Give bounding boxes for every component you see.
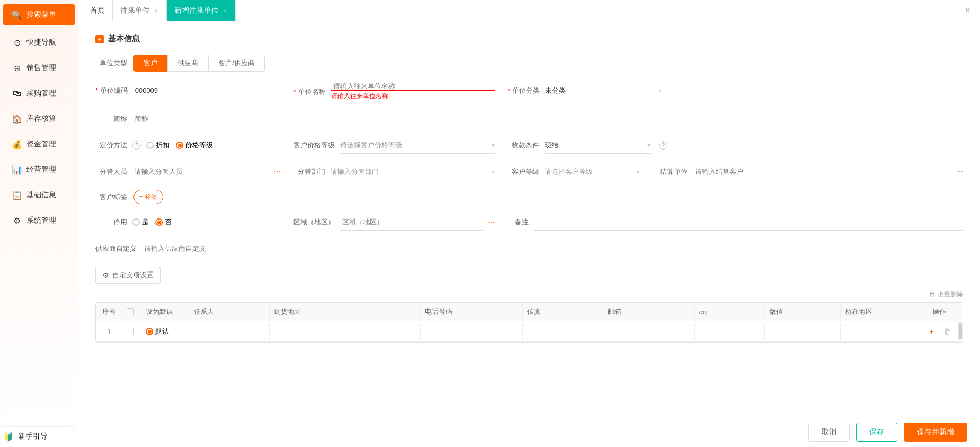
section-title-text: 基本信息: [108, 34, 140, 44]
customer-price-level-select[interactable]: 请选择客户价格等级 ▾: [340, 137, 495, 154]
supplier-custom-field: 供应商自定义: [95, 240, 281, 257]
pricing-help-icon[interactable]: ?: [132, 141, 141, 150]
phone-input-1[interactable]: [425, 328, 518, 336]
type-btn-both[interactable]: 客户/供应商: [208, 55, 265, 72]
row-add-btn-1[interactable]: +: [925, 326, 937, 337]
table-header: 序号 设为默认 联系人 到货地址 电话号码 传真 邮箱 qq 微信 所在地区 操…: [96, 303, 963, 321]
cell-region-1[interactable]: [841, 323, 921, 340]
tabs-close-all-btn[interactable]: ×: [960, 3, 976, 19]
row-checkbox-1[interactable]: [127, 328, 134, 335]
cell-fax-1[interactable]: [523, 323, 603, 340]
sidebar-item-purchase[interactable]: 🛍 采购管理: [3, 82, 75, 105]
type-btn-supplier[interactable]: 供应商: [167, 55, 208, 72]
tabs-bar-right: ×: [960, 3, 976, 19]
email-input-1[interactable]: [608, 328, 690, 336]
sidebar-item-inventory[interactable]: 🏠 库存核算: [3, 107, 75, 130]
tab-partners-close[interactable]: ×: [153, 6, 159, 15]
radio-disabled-no[interactable]: 否: [155, 217, 172, 227]
system-icon: ⚙: [12, 215, 22, 226]
unit-code-field: 单位编码: [95, 82, 281, 99]
unit-code-input[interactable]: [133, 82, 281, 99]
custom-settings-button[interactable]: ⚙ 自定义项设置: [95, 267, 161, 284]
cell-action-1: + 🗑: [921, 321, 958, 341]
radio-price-level[interactable]: 价格等级: [176, 141, 213, 150]
sidebar-item-guide[interactable]: 🔰 新手引导: [3, 426, 75, 446]
unit-type-label: 单位类型: [95, 58, 127, 68]
save-add-button[interactable]: 保存并新增: [904, 423, 967, 442]
tab-home-label: 首页: [90, 6, 105, 15]
short-name-field: 简称: [95, 110, 281, 127]
tab-partners[interactable]: 往来单位 ×: [113, 0, 167, 21]
qq-input-1[interactable]: [699, 328, 760, 336]
tab-home[interactable]: 首页: [83, 0, 113, 21]
sidebar-item-system[interactable]: ⚙ 系统管理: [3, 209, 75, 232]
cancel-button[interactable]: 取消: [808, 423, 850, 442]
header-checkbox[interactable]: [127, 308, 134, 315]
supplier-custom-input[interactable]: [142, 240, 281, 257]
cell-contact-1[interactable]: [189, 323, 270, 340]
unit-name-input[interactable]: [331, 82, 495, 91]
sidebar-item-sales[interactable]: ⊕ 销售管理: [3, 56, 75, 80]
disabled-region-row: 停用 是 否 区域（地区） ···: [95, 214, 963, 231]
cell-email-1[interactable]: [603, 323, 694, 340]
payment-terms-select[interactable]: 现结 ▾: [545, 137, 651, 154]
sidebar-item-finance[interactable]: 💰 资金管理: [3, 133, 75, 156]
short-name-input[interactable]: [132, 110, 281, 127]
cell-qq-1[interactable]: [695, 323, 765, 340]
region-input-1[interactable]: [845, 328, 916, 336]
manager-more-icon[interactable]: ···: [274, 167, 281, 177]
sidebar: 🔍 搜索菜单 ⊙ 快捷导航 ⊕ 销售管理 🛍 采购管理 🏠 库存核算 💰 资金管…: [0, 0, 78, 447]
region-input[interactable]: [340, 214, 483, 231]
purchase-icon: 🛍: [12, 88, 22, 99]
type-btn-customer[interactable]: 客户: [133, 55, 167, 72]
radio-discount[interactable]: 折扣: [146, 141, 170, 150]
sidebar-item-label: 系统管理: [26, 216, 56, 225]
batch-delete-btn[interactable]: 🗑 批量删除: [95, 290, 963, 299]
payment-terms-help-icon[interactable]: ?: [659, 141, 667, 150]
cell-default-1[interactable]: 默认: [141, 322, 189, 340]
add-tag-button[interactable]: + 标签: [133, 190, 163, 204]
inventory-icon: 🏠: [12, 113, 22, 124]
customer-level-select[interactable]: 请选择客户等级 ▾: [545, 163, 640, 180]
unit-category-select[interactable]: 未分类 ▾: [545, 82, 662, 99]
contact-input-1[interactable]: [193, 328, 265, 336]
sidebar-item-operations[interactable]: 📊 经营管理: [3, 158, 75, 181]
row-default-radio-1[interactable]: 默认: [146, 327, 184, 336]
content-area: 基本信息 单位类型 客户 供应商 客户/供应商 单位编码 单位: [78, 21, 980, 417]
manager-input[interactable]: [132, 163, 269, 180]
department-label: 分管部门: [293, 167, 325, 177]
radio-disabled-yes-label: 是: [142, 217, 149, 227]
sidebar-item-quick-nav[interactable]: ⊙ 快捷导航: [3, 31, 75, 54]
remarks-input[interactable]: [534, 214, 963, 231]
pricing-row: 定价方法 ? 折扣 价格等级 客户价格等级 请选择: [95, 137, 963, 154]
batch-delete-icon: 🗑: [929, 291, 936, 299]
payment-terms-value: 现结: [545, 141, 645, 150]
tab-new-partner[interactable]: 新增往来单位 ×: [167, 0, 236, 21]
cell-address-1[interactable]: [270, 323, 421, 340]
settlement-unit-input[interactable]: [693, 163, 951, 180]
row-del-btn-1[interactable]: 🗑: [941, 326, 953, 337]
address-input-1[interactable]: [274, 328, 416, 336]
row-action-icons-1: + 🗑: [925, 326, 954, 337]
save-button[interactable]: 保存: [856, 423, 897, 442]
fax-input-1[interactable]: [527, 328, 599, 336]
table-scroll-thumb: [959, 323, 962, 339]
wechat-input-1[interactable]: [769, 328, 835, 336]
unit-name-field: 单位名称 请输入往来单位名称: [293, 82, 495, 101]
sidebar-item-label: 库存核算: [26, 114, 56, 124]
col-header-check[interactable]: [122, 304, 141, 320]
sidebar-item-search[interactable]: 🔍 搜索菜单: [3, 4, 75, 25]
sidebar-item-basic[interactable]: 📋 基础信息: [3, 183, 75, 207]
operations-icon: 📊: [12, 164, 22, 175]
region-more-icon[interactable]: ···: [488, 217, 495, 227]
cell-phone-1[interactable]: [421, 323, 522, 340]
tab-new-partner-close[interactable]: ×: [222, 6, 228, 15]
settlement-unit-more-icon[interactable]: ···: [956, 167, 963, 177]
customer-price-level-label: 客户价格等级: [293, 141, 335, 150]
cell-check-1[interactable]: [122, 323, 141, 339]
cell-wechat-1[interactable]: [765, 323, 840, 340]
cell-seq-1: 1: [96, 323, 122, 340]
radio-disabled-yes[interactable]: 是: [132, 217, 149, 227]
department-select[interactable]: 请输入分管部门 ▾: [331, 163, 495, 180]
row-default-label-1: 默认: [155, 327, 169, 336]
